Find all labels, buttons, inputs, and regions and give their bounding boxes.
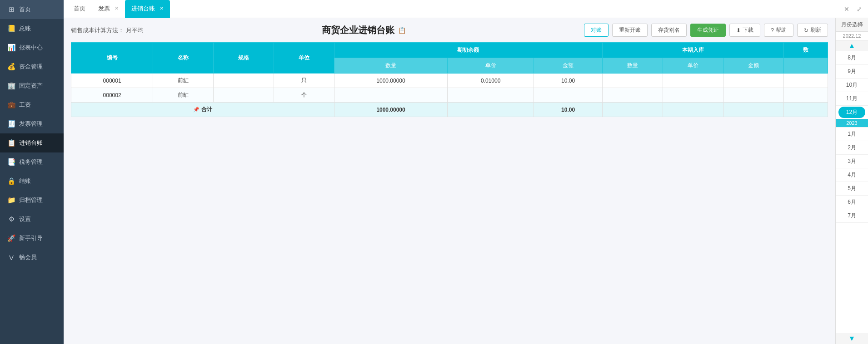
- month-list: 8月9月10月11月12月20231月2月3月4月5月6月7月: [836, 51, 868, 333]
- cell-more: [783, 74, 828, 88]
- month-item-2023-6月[interactable]: 6月: [836, 196, 868, 209]
- tab-invoice-tab[interactable]: 发票✕: [92, 0, 125, 18]
- tab-label-home-tab: 首页: [74, 5, 85, 13]
- sidebar-label-close: 结账: [19, 177, 31, 185]
- month-item-10月[interactable]: 10月: [836, 79, 868, 92]
- page-body: 销售成本计算方法： 月平均 商贸企业进销台账 📋 对账 重新开账 存货别名 生成…: [64, 18, 835, 344]
- col-period-begin: 期初余额: [334, 43, 602, 58]
- cell-code: 000001: [71, 74, 153, 88]
- total-open-price: [448, 103, 534, 117]
- col-sub-more: [783, 58, 828, 74]
- sidebar-item-guide[interactable]: 🚀新手引导: [0, 229, 64, 248]
- sidebar-item-settings[interactable]: ⚙设置: [0, 210, 64, 229]
- tab-home-tab[interactable]: 首页: [67, 0, 92, 18]
- month-item-8月[interactable]: 8月: [836, 51, 868, 65]
- generate-button[interactable]: 生成凭证: [690, 24, 726, 37]
- title-icon[interactable]: 📋: [398, 27, 406, 34]
- sidebar-item-reports[interactable]: 📊报表中心: [0, 38, 64, 57]
- cell-in-qty: [602, 88, 663, 103]
- cell-open-amount: 10.00: [534, 74, 603, 88]
- maximize-button[interactable]: ⤢: [854, 4, 864, 14]
- sidebar-label-purchase-sales: 进销台账: [19, 139, 43, 147]
- cell-more: [783, 88, 828, 103]
- download-button[interactable]: ⬇ 下载: [729, 24, 760, 37]
- cell-open-price: 0.01000: [448, 74, 534, 88]
- month-panel-date: 2022.12: [836, 32, 868, 40]
- sidebar-item-archive[interactable]: 📁归档管理: [0, 191, 64, 210]
- table-wrap: 编号 名称 规格 单位 期初余额 本期入库 数 数量 单价 金额 数: [71, 42, 828, 117]
- sidebar-icon-member: V: [7, 254, 15, 261]
- month-item-11月[interactable]: 11月: [836, 92, 868, 106]
- main-area: 首页发票✕进销台账✕ ✕ ⤢ 销售成本计算方法： 月平均 商贸企业进销台账 📋 …: [64, 0, 868, 344]
- help-button[interactable]: ? 帮助: [764, 24, 793, 37]
- sidebar-item-payroll[interactable]: 💼工资: [0, 95, 64, 114]
- sidebar-item-ledger[interactable]: 📒总账: [0, 19, 64, 38]
- col-open-qty: 数量: [334, 58, 447, 74]
- sidebar-icon-ledger: 📒: [7, 25, 15, 33]
- sidebar-item-home[interactable]: ⊞首页: [0, 0, 64, 19]
- cell-unit: 只: [274, 74, 334, 88]
- cost-method: 销售成本计算方法： 月平均: [71, 26, 144, 34]
- table-total-row: 📌合计 1000.00000 10.00: [71, 103, 828, 117]
- sidebar-item-assets[interactable]: 🏢固定资产: [0, 76, 64, 95]
- cell-open-price: [448, 88, 534, 103]
- year-label-2023: 2023: [836, 119, 868, 128]
- month-item-2023-4月[interactable]: 4月: [836, 168, 868, 182]
- sidebar-label-archive: 归档管理: [19, 196, 43, 204]
- cell-name: 前缸: [153, 74, 214, 88]
- total-open-qty: 1000.00000: [334, 103, 447, 117]
- cost-method-value: 月平均: [126, 27, 144, 34]
- cell-in-price: [663, 74, 723, 88]
- sidebar-label-payroll: 工资: [19, 101, 31, 109]
- sidebar-item-invoice-mgmt[interactable]: 🧾发票管理: [0, 114, 64, 133]
- month-item-9月[interactable]: 9月: [836, 65, 868, 79]
- col-unit: 单位: [274, 43, 334, 74]
- sidebar-icon-home: ⊞: [7, 5, 15, 14]
- sidebar-label-member: 畅会员: [19, 253, 37, 261]
- sidebar-label-assets: 固定资产: [19, 82, 43, 90]
- cell-open-qty: [334, 88, 447, 103]
- cell-open-qty: 1000.00000: [334, 74, 447, 88]
- month-item-12月[interactable]: 12月: [838, 107, 865, 118]
- cell-in-qty: [602, 74, 663, 88]
- scroll-down-button[interactable]: ▼: [836, 333, 868, 344]
- scroll-up-button[interactable]: ▲: [836, 40, 868, 51]
- total-in-price: [663, 103, 723, 117]
- window-controls: ✕ ⤢: [842, 4, 864, 14]
- reconcile-button[interactable]: 对账: [584, 24, 609, 37]
- total-in-qty: [602, 103, 663, 117]
- sidebar: ⊞首页📒总账📊报表中心💰资金管理🏢固定资产💼工资🧾发票管理📋进销台账📑税务管理🔒…: [0, 0, 64, 344]
- sidebar-item-funds[interactable]: 💰资金管理: [0, 57, 64, 76]
- month-item-2023-3月[interactable]: 3月: [836, 155, 868, 168]
- sidebar-label-tax: 税务管理: [19, 158, 43, 166]
- total-open-amount: 10.00: [534, 103, 603, 117]
- total-label: 📌合计: [71, 103, 334, 117]
- col-name: 名称: [153, 43, 214, 74]
- tab-purchase-sales-tab[interactable]: 进销台账✕: [125, 0, 170, 18]
- save-as-button[interactable]: 存货别名: [651, 24, 687, 37]
- tab-close-invoice-tab[interactable]: ✕: [115, 5, 119, 11]
- month-scroll: ▲ 8月9月10月11月12月20231月2月3月4月5月6月7月 ▼: [836, 40, 868, 344]
- month-item-2023-7月[interactable]: 7月: [836, 209, 868, 223]
- main-table: 编号 名称 规格 单位 期初余额 本期入库 数 数量 单价 金额 数: [71, 42, 828, 117]
- month-item-2023-2月[interactable]: 2月: [836, 141, 868, 155]
- sidebar-icon-tax: 📑: [7, 158, 15, 166]
- close-button[interactable]: ✕: [842, 4, 852, 14]
- refresh-button[interactable]: ↻ 刷新: [797, 24, 828, 37]
- total-more: [783, 103, 828, 117]
- sidebar-label-home: 首页: [19, 5, 31, 14]
- reopen-button[interactable]: 重新开账: [612, 24, 648, 37]
- sidebar-item-member[interactable]: V畅会员: [0, 248, 64, 267]
- month-panel: 月份选择 2022.12 ▲ 8月9月10月11月12月20231月2月3月4月…: [835, 18, 868, 344]
- tab-label-purchase-sales-tab: 进销台账: [131, 5, 155, 13]
- col-in-price: 单价: [663, 58, 723, 74]
- page-title-area: 商贸企业进销台账 📋: [322, 24, 406, 36]
- tab-close-purchase-sales-tab[interactable]: ✕: [160, 5, 164, 11]
- sidebar-item-close[interactable]: 🔒结账: [0, 172, 64, 191]
- sidebar-label-reports: 报表中心: [19, 44, 43, 52]
- sidebar-item-purchase-sales[interactable]: 📋进销台账: [0, 133, 64, 152]
- month-item-2023-1月[interactable]: 1月: [836, 128, 868, 141]
- table-row: 000001 前缸 只 1000.00000 0.01000 10.00: [71, 74, 828, 88]
- month-item-2023-5月[interactable]: 5月: [836, 182, 868, 196]
- sidebar-item-tax[interactable]: 📑税务管理: [0, 152, 64, 172]
